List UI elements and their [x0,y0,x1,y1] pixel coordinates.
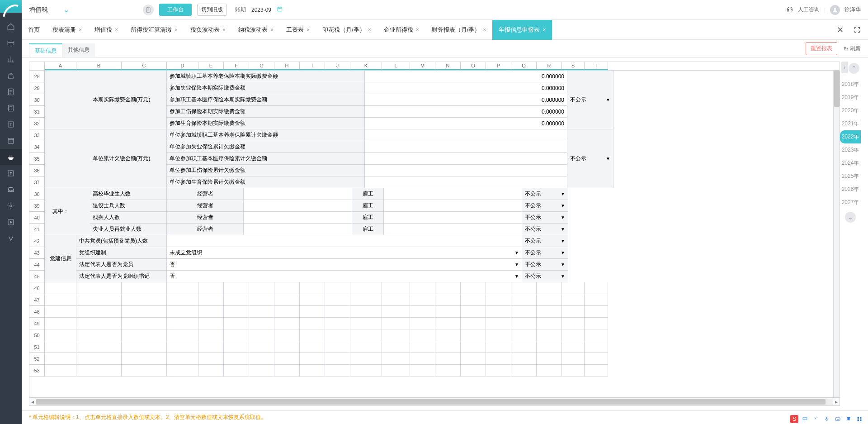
col-header-B[interactable]: B [76,62,122,70]
cell[interactable] [224,282,249,294]
cell[interactable] [249,318,274,329]
ime-grid-icon[interactable] [855,415,863,423]
cell[interactable] [461,306,486,318]
cell[interactable] [537,329,562,341]
cell[interactable] [461,282,486,294]
cell[interactable] [300,329,325,341]
cell[interactable] [410,306,435,318]
nav-card-icon[interactable] [0,35,22,51]
cell[interactable] [45,318,76,329]
col-header-L[interactable]: L [382,62,410,70]
module-dropdown[interactable]: 增值税 ⌄ [29,5,137,14]
tab-印花税（月/季）[interactable]: 印花税（月/季）× [316,20,377,40]
cell[interactable] [45,341,76,353]
cell[interactable] [76,294,122,306]
col-header-I[interactable]: I [300,62,325,70]
cell[interactable] [486,306,511,318]
cell[interactable]: 否▼ [167,259,522,271]
year-down-icon[interactable]: ⌄ [845,212,856,223]
cell[interactable] [167,341,198,353]
row-header-47[interactable]: 47 [29,294,45,306]
cell[interactable] [365,141,567,153]
tab-税表清册[interactable]: 税表清册× [46,20,88,40]
cell[interactable] [511,306,537,318]
cell[interactable] [45,306,76,318]
ime-lang-icon[interactable]: 中 [801,415,809,423]
period-value[interactable]: 2023-09 [251,7,271,13]
dropdown-icon[interactable]: ▼ [561,227,565,232]
cell[interactable] [486,318,511,329]
ime-mic-icon[interactable] [823,415,831,423]
cell[interactable] [382,294,410,306]
cell[interactable] [511,353,537,365]
cell[interactable] [537,306,562,318]
cell[interactable] [585,282,608,294]
cell[interactable] [435,353,461,365]
cell[interactable] [274,353,300,365]
cell[interactable] [300,341,325,353]
nav-smile-icon[interactable] [0,149,22,165]
col-header-J[interactable]: J [325,62,350,70]
cell[interactable] [537,353,562,365]
cell[interactable] [365,153,567,165]
tab-close-icon[interactable]: × [115,27,118,33]
subtab-other[interactable]: 其他信息 [62,43,95,57]
cell[interactable] [76,306,122,318]
col-header-H[interactable]: H [274,62,300,70]
row-header-41[interactable]: 41 [29,224,45,235]
cell[interactable] [350,282,382,294]
cell[interactable] [435,341,461,353]
tab-首页[interactable]: 首页 [22,20,46,40]
col-header-E[interactable]: E [198,62,224,70]
cell[interactable] [325,306,350,318]
workbench-button[interactable]: 工作台 [159,4,192,16]
cell[interactable] [224,318,249,329]
row-header-42[interactable]: 42 [29,235,45,247]
tab-年报信息申报表[interactable]: 年报信息申报表× [492,20,552,40]
cell[interactable] [486,341,511,353]
cell[interactable] [585,329,608,341]
cell[interactable] [486,282,511,294]
tab-close-icon[interactable]: × [270,27,274,33]
cell[interactable] [585,341,608,353]
row-header-37[interactable]: 37 [29,176,45,188]
cell[interactable] [300,353,325,365]
row-header-36[interactable]: 36 [29,165,45,176]
year-2027年[interactable]: 2027年 [840,196,861,209]
cell[interactable] [249,329,274,341]
cell[interactable] [45,294,76,306]
cell[interactable] [76,341,122,353]
row-header-45[interactable]: 45 [29,271,45,282]
col-header-F[interactable]: F [224,62,249,70]
cell[interactable] [76,353,122,365]
cell[interactable] [224,341,249,353]
cell[interactable] [325,341,350,353]
cell[interactable] [537,282,562,294]
cell[interactable] [435,365,461,376]
cell[interactable] [249,294,274,306]
cell[interactable] [249,282,274,294]
cell[interactable] [325,353,350,365]
cell[interactable] [511,282,537,294]
col-header-O[interactable]: O [461,62,486,70]
col-header-C[interactable]: C [122,62,167,70]
cell[interactable] [76,282,122,294]
col-header-M[interactable]: M [410,62,435,70]
avatar[interactable] [830,5,840,15]
cell[interactable] [274,318,300,329]
tab-close-icon[interactable]: × [416,27,419,33]
tab-财务报表（月/季）[interactable]: 财务报表（月/季）× [425,20,493,40]
cell[interactable] [562,306,585,318]
cell[interactable]: 0.000000 [365,118,567,129]
row-header-29[interactable]: 29 [29,82,45,94]
row-header-38[interactable]: 38 [29,188,45,200]
year-2018年[interactable]: 2018年 [840,78,861,91]
doc-icon[interactable] [143,5,154,15]
calendar-icon[interactable] [277,6,283,14]
tab-close-icon[interactable]: × [307,27,310,33]
cell[interactable] [274,282,300,294]
cell[interactable] [167,282,198,294]
cell[interactable] [461,329,486,341]
cell[interactable] [244,224,352,235]
cell[interactable] [461,318,486,329]
